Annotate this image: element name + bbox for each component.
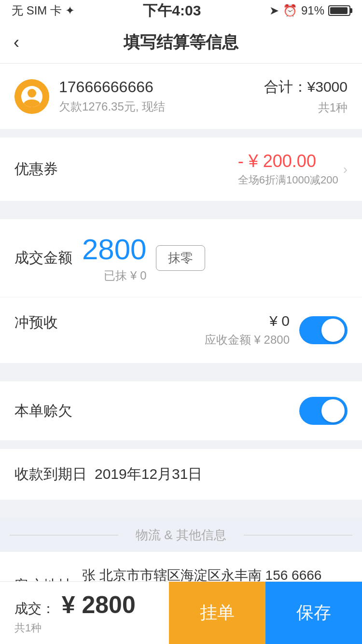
location-icon: ➤ [269,4,279,17]
chong-values: ¥ 0 应收金额 ¥ 2800 [205,313,290,348]
deal-amount-value: 2800 [82,233,146,266]
toggle-knob [321,319,345,342]
duedate-value: 2019年12月31日 [95,464,202,484]
logistics-section-header: 物流 & 其他信息 [0,518,362,552]
coupon-label: 优惠券 [14,159,58,179]
coupon-row[interactable]: 优惠券 - ¥ 200.00 全场6折满1000减200 › [0,138,362,201]
bottom-deal-label: 成交： [14,601,55,616]
status-time: 下午4:03 [143,1,201,21]
round-zero-button[interactable]: 抹零 [156,245,205,271]
bendan-toggle-knob [321,399,345,422]
section-line-left [10,535,118,535]
save-button[interactable]: 保存 [265,582,362,644]
chong-amount: ¥ 0 [205,313,290,329]
chong-right: ¥ 0 应收金额 ¥ 2800 [82,313,348,348]
bottom-bar: 成交： ¥ 2800 共1种 挂单 保存 [0,581,362,644]
bendan-label: 本单赊欠 [14,401,82,421]
user-info-card: 17666666666 欠款1276.35元, 现结 合计：¥3000 共1种 [0,64,362,129]
section-divider-2 [0,372,362,381]
duedate-row: 收款到期日 2019年12月31日 [0,449,362,500]
section-divider-1 [0,210,362,219]
status-right: ➤ ⏰ 91% [269,4,350,17]
deal-amount-row: 成交金额 2800 已抹 ¥ 0 抹零 [0,219,362,297]
bendan-inner: 本单赊欠 [14,397,348,425]
chong-toggle[interactable] [299,316,348,344]
alarm-icon: ⏰ [283,4,297,17]
status-bar: 无 SIM 卡 ✦ 下午4:03 ➤ ⏰ 91% [0,0,362,21]
chevron-right-icon: › [343,162,348,177]
coupon-right: - ¥ 200.00 全场6折满1000减200 › [238,151,348,187]
battery-icon [328,5,350,16]
bendan-toggle[interactable] [299,397,348,425]
already-zero: 已抹 ¥ 0 [82,268,146,283]
back-button[interactable]: ‹ [14,32,19,53]
chong-subtext: 应收金额 ¥ 2800 [205,332,290,348]
hang-order-button[interactable]: 挂单 [169,582,265,644]
page-title: 填写结算等信息 [124,31,238,54]
bottom-deal-amount: ¥ 2800 [62,591,136,618]
section-line-right [244,535,352,535]
battery-percent: 91% [301,4,324,17]
sim-text: 无 SIM 卡 ✦ [12,3,75,18]
bendan-row: 本单赊欠 [0,381,362,440]
status-left: 无 SIM 卡 ✦ [12,3,75,18]
deal-amount-right: 2800 已抹 ¥ 0 抹零 [82,233,205,283]
avatar-icon [21,86,42,107]
bottom-deal-row: 成交： ¥ 2800 [14,591,154,619]
bottom-summary: 成交： ¥ 2800 共1种 [0,591,169,635]
coupon-discount: - ¥ 200.00 [238,151,340,171]
bottom-count: 共1种 [14,621,154,635]
deal-amount-card: 成交金额 2800 已抹 ¥ 0 抹零 冲预收 ¥ 0 应收金额 ¥ 2800 [0,219,362,363]
avatar [14,79,49,114]
duedate-label: 收款到期日 [14,464,87,484]
total-count: 共1种 [264,100,348,115]
chong-yushou-label: 冲预收 [14,313,82,333]
logistics-section-title: 物流 & 其他信息 [128,527,234,544]
user-info: 17666666666 欠款1276.35元, 现结 [59,78,264,114]
chong-yushou-row: 冲预收 ¥ 0 应收金额 ¥ 2800 [0,297,362,363]
content: 17666666666 欠款1276.35元, 现结 合计：¥3000 共1种 … [0,64,362,644]
deal-amount-label: 成交金额 [14,248,82,268]
coupon-desc: 全场6折满1000减200 [238,174,338,186]
user-total: 合计：¥3000 共1种 [264,77,348,115]
deal-amount-wrapper: 2800 已抹 ¥ 0 [82,233,146,283]
total-amount: 合计：¥3000 [264,77,348,97]
user-phone: 17666666666 [59,78,264,96]
section-divider-3 [0,508,362,518]
user-subtext: 欠款1276.35元, 现结 [59,99,264,114]
nav-bar: ‹ 填写结算等信息 [0,21,362,64]
bottom-actions: 挂单 保存 [169,582,362,644]
